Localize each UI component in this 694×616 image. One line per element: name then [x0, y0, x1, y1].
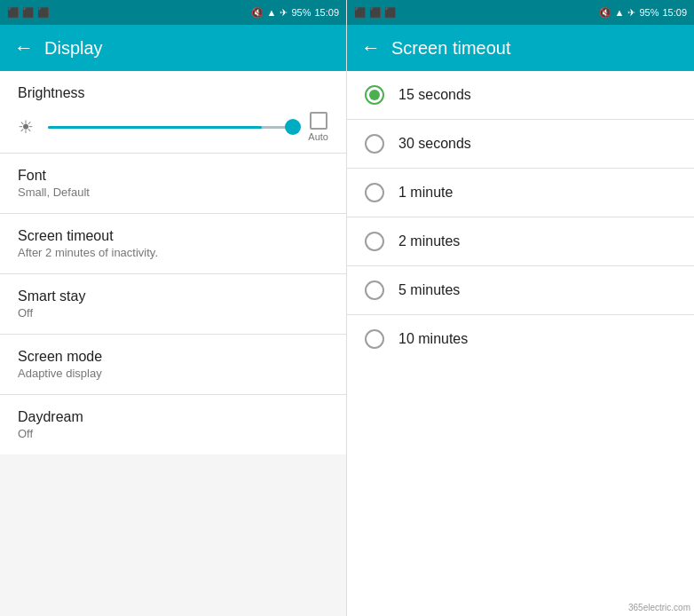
timeout-2m[interactable]: 2 minutes — [347, 217, 694, 266]
daydream-title: Daydream — [18, 409, 328, 425]
daydream-subtitle: Off — [18, 427, 328, 440]
watermark: 365electric.com — [628, 603, 690, 612]
airplane-icon: ✈ — [280, 7, 288, 19]
screen-timeout-title: Screen timeout — [391, 38, 511, 59]
display-app-bar: ← Display — [0, 25, 346, 71]
screen-timeout-title: Screen timeout — [18, 228, 328, 244]
radio-10m — [365, 329, 384, 349]
display-content: Brightness ☀ Auto — [0, 71, 346, 616]
notification-icons-right: ⬛ ⬛ ⬛ — [354, 7, 397, 19]
status-icons-right-right: 🔇 ▲ ✈ 95% 15:09 — [599, 7, 687, 19]
label-30s: 30 seconds — [398, 136, 471, 152]
mute-icon: 🔇 — [251, 7, 264, 19]
wifi-icon: ▲ — [267, 7, 277, 18]
screen-timeout-panel: ⬛ ⬛ ⬛ 🔇 ▲ ✈ 95% 15:09 ← Screen timeout 1… — [347, 0, 694, 616]
slider-fill — [48, 126, 262, 129]
smart-stay-title: Smart stay — [18, 288, 328, 304]
auto-label: Auto — [308, 131, 328, 142]
wifi-icon-right: ▲ — [615, 7, 625, 18]
timeout-10m[interactable]: 10 minutes — [347, 315, 694, 363]
screen-timeout-app-bar: ← Screen timeout — [347, 25, 694, 71]
font-subtitle: Small, Default — [18, 186, 328, 199]
display-settings-panel: ⬛ ⬛ ⬛ 🔇 ▲ ✈ 95% 15:09 ← Display Brightne… — [0, 0, 347, 616]
mute-icon-right: 🔇 — [599, 7, 611, 19]
radio-2m — [365, 232, 384, 251]
label-1m: 1 minute — [398, 185, 453, 201]
screen-timeout-subtitle: After 2 minutes of inactivity. — [18, 246, 328, 259]
airplane-icon-right: ✈ — [627, 7, 635, 19]
label-10m: 10 minutes — [398, 331, 468, 347]
screen-timeout-setting[interactable]: Screen timeout After 2 minutes of inacti… — [0, 214, 346, 274]
brightness-row: ☀ Auto — [18, 112, 328, 142]
notification-icons: ⬛ ⬛ ⬛ — [7, 7, 50, 19]
auto-checkbox-box — [310, 112, 327, 130]
screen-mode-title: Screen mode — [18, 349, 328, 365]
smart-stay-setting[interactable]: Smart stay Off — [0, 274, 346, 335]
status-icons-left: ⬛ ⬛ ⬛ — [7, 7, 50, 19]
font-title: Font — [18, 168, 328, 184]
screen-mode-setting[interactable]: Screen mode Adaptive display — [0, 335, 346, 395]
status-icons-right: 🔇 ▲ ✈ 95% 15:09 — [251, 7, 339, 19]
radio-inner-15s — [369, 90, 380, 100]
radio-15s — [365, 85, 384, 105]
time-left: 15:09 — [314, 7, 339, 18]
timeout-30s[interactable]: 30 seconds — [347, 120, 694, 169]
brightness-section: Brightness ☀ Auto — [0, 71, 346, 154]
brightness-slider[interactable] — [48, 118, 299, 136]
battery-text-right: 95% — [639, 7, 659, 18]
screen-mode-subtitle: Adaptive display — [18, 367, 328, 380]
daydream-setting[interactable]: Daydream Off — [0, 395, 346, 454]
battery-text: 95% — [291, 7, 311, 18]
back-button-display[interactable]: ← — [14, 38, 34, 58]
timeout-options-list: 15 seconds 30 seconds 1 minute 2 minutes… — [347, 71, 694, 616]
settings-list: Font Small, Default Screen timeout After… — [0, 154, 346, 454]
label-2m: 2 minutes — [398, 233, 460, 249]
status-bar-left: ⬛ ⬛ ⬛ 🔇 ▲ ✈ 95% 15:09 — [0, 0, 346, 25]
brightness-low-icon: ☀ — [18, 116, 39, 138]
back-button-timeout[interactable]: ← — [361, 38, 381, 58]
radio-30s — [365, 134, 384, 154]
slider-track — [48, 126, 299, 129]
timeout-15s[interactable]: 15 seconds — [347, 71, 694, 120]
label-15s: 15 seconds — [398, 87, 471, 103]
app-container: ⬛ ⬛ ⬛ 🔇 ▲ ✈ 95% 15:09 ← Display Brightne… — [0, 0, 694, 616]
display-title: Display — [44, 38, 103, 59]
status-bar-right: ⬛ ⬛ ⬛ 🔇 ▲ ✈ 95% 15:09 — [347, 0, 694, 25]
radio-1m — [365, 183, 384, 202]
font-setting[interactable]: Font Small, Default — [0, 154, 346, 214]
auto-brightness-toggle[interactable]: Auto — [308, 112, 328, 142]
radio-5m — [365, 280, 384, 300]
label-5m: 5 minutes — [398, 282, 460, 298]
timeout-5m[interactable]: 5 minutes — [347, 266, 694, 315]
slider-thumb — [285, 119, 301, 135]
timeout-1m[interactable]: 1 minute — [347, 169, 694, 217]
brightness-label: Brightness — [18, 85, 328, 101]
time-right: 15:09 — [662, 7, 687, 18]
status-icons-right-left: ⬛ ⬛ ⬛ — [354, 7, 397, 19]
smart-stay-subtitle: Off — [18, 306, 328, 320]
